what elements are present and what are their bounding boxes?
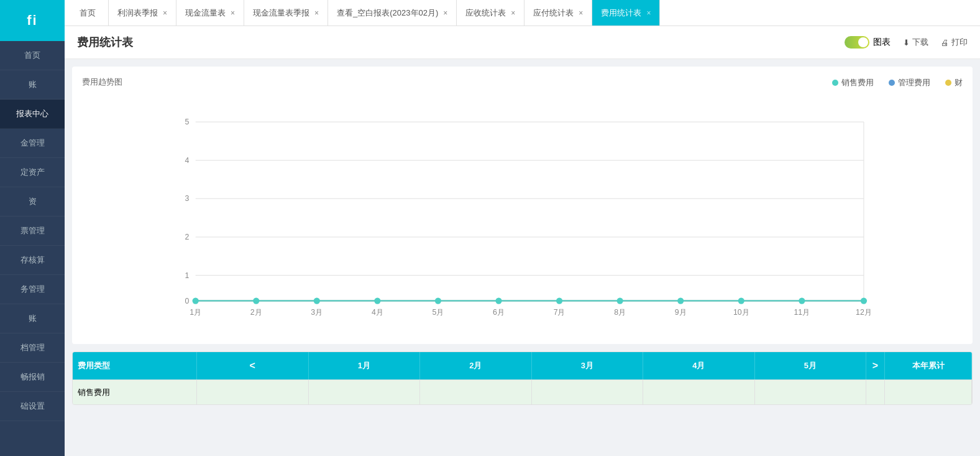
print-button[interactable]: 🖨 打印 [941,37,968,48]
svg-text:12月: 12月 [856,308,872,317]
tab-payable[interactable]: 应付统计表 × [524,0,592,26]
tab-blank-report[interactable]: 查看_空白报表(2023年02月) × [328,0,457,26]
chart-dot-mar [314,297,320,304]
page-header: 费用统计表 图表 ⬇ 下载 🖨 打印 [65,26,980,59]
legend-dot-finance [945,80,951,86]
download-button[interactable]: ⬇ 下载 [903,37,928,48]
svg-text:0: 0 [185,297,190,305]
chart-dot-apr [374,297,380,304]
tab-close-expense-stats[interactable]: × [646,9,651,17]
chart-dot-sep [677,297,684,304]
tab-receivable[interactable]: 应收统计表 × [457,0,524,26]
svg-text:3月: 3月 [311,308,323,317]
col-header-type: 费用类型 [73,352,197,379]
chart-section: 费用趋势图 销售费用 管理费用 财 [72,67,973,344]
svg-text:10月: 10月 [733,308,749,317]
sidebar-item-account[interactable]: 账 [0,70,65,100]
tab-cashflow[interactable]: 现金流量表 × [176,0,244,26]
chart-dot-jan [193,297,199,304]
cell-m5-sales [755,380,867,404]
legend-sales: 销售费用 [832,77,874,88]
sidebar-item-business[interactable]: 务管理 [0,275,65,304]
col-header-m2: 2月 [420,352,532,379]
cell-m1-sales [309,380,421,404]
chart-title: 费用趋势图 [82,77,122,88]
svg-text:2月: 2月 [250,308,262,317]
svg-text:9月: 9月 [675,308,687,317]
svg-text:11月: 11月 [794,308,810,317]
legend-dot-admin [889,80,895,86]
sidebar-item-settings[interactable]: 础设置 [0,392,65,421]
chart-dot-aug [617,297,623,304]
page-content: 费用统计表 图表 ⬇ 下载 🖨 打印 费用趋势图 [65,26,980,456]
col-header-m3: 3月 [532,352,644,379]
svg-text:8月: 8月 [614,308,626,317]
col-header-m5: 5月 [755,352,867,379]
tab-close-cashflow[interactable]: × [231,9,235,17]
col-prev-arrow[interactable]: < [197,352,309,379]
tab-expense-stats[interactable]: 费用统计表 × [592,0,660,26]
sidebar-item-asset[interactable]: 资 [0,187,65,216]
sidebar-item-reports[interactable]: 报表中心 [0,100,65,129]
cell-m4-sales [643,380,755,404]
page-title: 费用统计表 [77,35,133,50]
col-header-ytd: 本年累计 [885,352,972,379]
print-label: 打印 [951,37,968,48]
chart-dot-nov [799,297,805,304]
sidebar-item-ledger[interactable]: 账 [0,304,65,333]
sidebar: fi 首页 账 报表中心 金管理 定资产 资 票管理 存核算 务管理 账 档管理… [0,0,65,456]
tab-close-payable[interactable]: × [579,9,583,17]
sidebar-item-home[interactable]: 首页 [0,41,65,70]
svg-text:5月: 5月 [433,308,444,317]
sidebar-item-expense[interactable]: 畅报销 [0,363,65,392]
tab-close-blank-report[interactable]: × [443,9,447,17]
col-next-arrow[interactable]: > [866,352,885,379]
chart-dot-jun [495,297,501,304]
chart-toggle-label: 图表 [873,37,891,48]
chart-dot-dec [861,297,867,304]
main-content: 首页 利润表季报 × 现金流量表 × 现金流量表季报 × 查看_空白报表(202… [65,0,980,456]
tab-close-cashflow-quarterly[interactable]: × [314,9,319,17]
svg-text:2: 2 [185,233,190,241]
svg-text:6月: 6月 [493,308,505,317]
table-row-sales: 销售费用 [73,379,972,404]
cell-nav-prev [197,380,309,404]
svg-text:7月: 7月 [554,308,566,317]
cell-m2-sales [420,380,532,404]
sidebar-item-archive[interactable]: 档管理 [0,333,65,363]
svg-text:4: 4 [185,156,190,165]
sidebar-item-invoice[interactable]: 票管理 [0,216,65,246]
col-header-m1: 1月 [309,352,421,379]
cell-nav-next [866,380,885,404]
sidebar-item-fixed-assets[interactable]: 定资产 [0,158,65,187]
tab-cashflow-quarterly[interactable]: 现金流量表季报 × [244,0,328,26]
cell-type-sales: 销售费用 [73,380,197,404]
chart-toggle-switch[interactable] [845,36,869,49]
chart-dot-feb [253,297,259,304]
sidebar-item-inventory[interactable]: 存核算 [0,246,65,275]
svg-text:5: 5 [185,118,190,126]
download-label: 下载 [912,37,928,48]
tab-home[interactable]: 首页 [67,0,109,26]
legend-label-sales: 销售费用 [841,77,874,88]
chart-dot-may [435,297,441,304]
tab-close-profit-quarterly[interactable]: × [163,9,167,17]
sidebar-logo: fi [0,0,65,41]
table-header: 费用类型 < 1月 2月 3月 4月 5月 > 本年累计 [73,352,972,379]
legend-finance: 财 [945,77,963,88]
svg-text:1月: 1月 [190,308,201,317]
svg-text:4月: 4月 [372,308,383,317]
sidebar-item-finance[interactable]: 金管理 [0,129,65,158]
legend-label-finance: 财 [955,77,963,88]
svg-text:3: 3 [185,194,190,203]
chart-dot-oct [738,297,744,304]
chart-toggle-container[interactable]: 图表 [845,36,891,49]
cell-m3-sales [532,380,644,404]
download-icon: ⬇ [903,38,910,47]
legend-admin: 管理费用 [889,77,930,88]
tab-bar: 首页 利润表季报 × 现金流量表 × 现金流量表季报 × 查看_空白报表(202… [65,0,980,26]
header-actions: 图表 ⬇ 下载 🖨 打印 [845,36,968,49]
tab-profit-quarterly[interactable]: 利润表季报 × [109,0,176,26]
chart-dot-jul [556,297,562,304]
tab-close-receivable[interactable]: × [511,9,515,17]
